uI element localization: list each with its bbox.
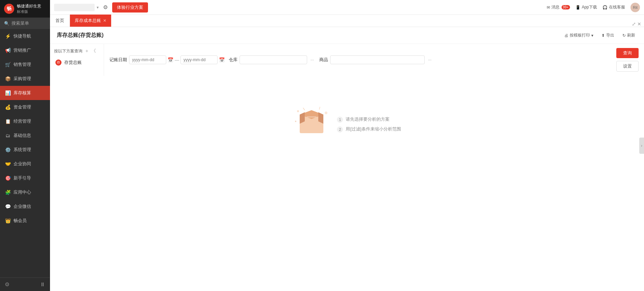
operation-icon: 📋: [5, 118, 11, 124]
basic-icon: 🗂: [5, 132, 11, 139]
inventory-icon: 📊: [5, 90, 11, 96]
sidebar-item-purchase[interactable]: 📦 采购管理: [0, 72, 50, 86]
filter-option-inventory[interactable]: 存 存货总账: [50, 57, 104, 68]
hint-num-2: 2: [337, 126, 343, 132]
print-chevron-icon: ▾: [591, 33, 593, 38]
settings-icon[interactable]: ⚙: [5, 281, 9, 288]
filter-fields: 记账日期 📅 — 📅 仓库 ··: [104, 44, 644, 76]
svg-point-7: [295, 121, 296, 122]
sidebar-item-sales[interactable]: 🛒 销售管理: [0, 57, 50, 72]
topbar-title-area: ▾ ⚙ 体验行业方案: [54, 2, 544, 13]
inventory-option-icon: 存: [55, 59, 61, 66]
appstore-icon: 🧩: [5, 189, 11, 195]
filter-area: 按以下方案查询 ＋ 《 存 存货总账 记账日期: [50, 44, 644, 76]
filter-action-btns: 查询 设置: [616, 48, 639, 72]
right-edge-expand-btn[interactable]: ›: [639, 138, 644, 154]
sidebar-item-inventory[interactable]: 📊 库存核算: [0, 86, 50, 100]
filter-add-btn[interactable]: ＋: [84, 48, 89, 54]
right-edge-icon: ›: [641, 143, 642, 148]
tab-inventory-cost[interactable]: 库存成本总账 ✕: [70, 15, 111, 27]
hint-item-1: 1 请先选择要分析的方案: [337, 116, 401, 123]
svg-point-6: [325, 112, 327, 114]
wechat-icon: 💬: [5, 203, 11, 210]
corp-icon: 🤝: [5, 161, 11, 167]
sidebar-item-vip[interactable]: 👑 畅会员: [0, 214, 50, 228]
page-header-actions: 🖨 按模板打印 ▾ ⬆ 导出 ↻ 刷新: [562, 31, 637, 40]
export-icon: ⬆: [601, 33, 605, 38]
industry-btn[interactable]: 体验行业方案: [112, 2, 148, 13]
sidebar-item-newguide[interactable]: 🎯 新手引导: [0, 171, 50, 185]
sidebar-item-system[interactable]: ⚙️ 系统管理: [0, 143, 50, 157]
topbar-search-input[interactable]: [54, 4, 95, 11]
warehouse-more-btn[interactable]: ···: [309, 57, 315, 62]
warehouse-label: 仓库: [229, 57, 238, 63]
print-btn[interactable]: 🖨 按模板打印 ▾: [562, 31, 595, 40]
printer-icon: 🖨: [564, 33, 568, 38]
sidebar-item-appstore[interactable]: 🧩 应用中心: [0, 185, 50, 199]
chevron-down-icon[interactable]: ▾: [97, 5, 99, 10]
marketing-icon: 📢: [5, 47, 11, 53]
page-title: 库存总账(存货总账): [57, 32, 104, 39]
headset-icon: 🎧: [602, 5, 608, 10]
set-button[interactable]: 设置: [616, 61, 639, 72]
product-input[interactable]: [330, 55, 425, 64]
system-icon: ⚙️: [5, 147, 11, 153]
sidebar-nav: ⚡ 快捷导航 📢 营销推广 🛒 销售管理 📦 采购管理 📊 库存核算 💰 资金管…: [0, 29, 50, 277]
svg-rect-4: [306, 116, 317, 118]
topbar: ▾ ⚙ 体验行业方案 ✉ 消息 99+ 📱 App下载 🎧 在线客服 Rit: [50, 0, 644, 15]
messages-btn[interactable]: ✉ 消息 99+: [547, 4, 570, 10]
messages-badge: 99+: [562, 5, 570, 9]
phone-icon: 📱: [575, 5, 580, 10]
shortcut-icon: ⚡: [5, 33, 11, 39]
app-download-btn[interactable]: 📱 App下载: [575, 4, 597, 10]
purchase-icon: 📦: [5, 76, 11, 82]
sidebar-item-wechat[interactable]: 💬 企业微信: [0, 199, 50, 214]
query-button[interactable]: 查询: [616, 48, 639, 58]
product-more-btn[interactable]: ···: [427, 57, 433, 62]
filter-row: 记账日期 📅 — 📅 仓库 ··: [109, 48, 639, 72]
refresh-icon: ↻: [622, 33, 626, 38]
panel-expand-icon[interactable]: ⤢: [632, 21, 636, 27]
sidebar: 畅 畅捷通好生意 标准版 🔍 搜索菜单 ⚡ 快捷导航 📢 营销推广 🛒 销售管理…: [0, 0, 50, 291]
refresh-btn[interactable]: ↻ 刷新: [620, 31, 637, 40]
content-area: 库存总账(存货总账) 🖨 按模板打印 ▾ ⬆ 导出 ↻ 刷新: [50, 27, 644, 291]
export-btn[interactable]: ⬆ 导出: [599, 31, 616, 40]
empty-content-row: 1 请先选择要分析的方案 2 用[过滤]条件来缩小分析范围: [293, 103, 401, 146]
date-start-input[interactable]: [129, 55, 166, 64]
topbar-right: ✉ 消息 99+ 📱 App下载 🎧 在线客服 Rit: [547, 3, 640, 12]
warehouse-input[interactable]: [240, 55, 307, 64]
sidebar-item-shortcut[interactable]: ⚡ 快捷导航: [0, 29, 50, 43]
date-input-wrapper: 📅 — 📅: [129, 55, 225, 64]
filter-collapse-btn[interactable]: 《: [91, 48, 96, 54]
empty-hints: 1 请先选择要分析的方案 2 用[过滤]条件来缩小分析范围: [337, 116, 401, 132]
date-separator: —: [175, 57, 179, 63]
newguide-icon: 🎯: [5, 175, 11, 181]
sidebar-footer: ⚙ ⏸: [0, 277, 50, 291]
user-avatar[interactable]: Rit: [630, 3, 640, 12]
date-end-input[interactable]: [180, 55, 218, 64]
logo-text: 畅捷通好生意 标准版: [17, 4, 41, 14]
product-label: 商品: [319, 57, 328, 63]
sidebar-item-operation[interactable]: 📋 经营管理: [0, 114, 50, 128]
page-header: 库存总账(存货总账) 🖨 按模板打印 ▾ ⬆ 导出 ↻ 刷新: [50, 27, 644, 44]
tab-close-icon[interactable]: ✕: [103, 18, 106, 23]
collapse-icon[interactable]: ⏸: [40, 282, 45, 288]
sidebar-item-basic[interactable]: 🗂 基础信息: [0, 128, 50, 143]
logo-icon: 畅: [4, 4, 14, 14]
panel-close-icon[interactable]: ✕: [637, 21, 641, 27]
calendar-start-icon[interactable]: 📅: [168, 57, 173, 63]
sidebar-item-finance[interactable]: 💰 资金管理: [0, 100, 50, 114]
svg-point-5: [297, 110, 299, 112]
sidebar-item-marketing[interactable]: 📢 营销推广: [0, 43, 50, 57]
warehouse-filter-field: 仓库 ···: [229, 55, 315, 64]
online-service-btn[interactable]: 🎧 在线客服: [602, 4, 625, 10]
calendar-end-icon[interactable]: 📅: [219, 57, 225, 63]
empty-state: 1 请先选择要分析的方案 2 用[过滤]条件来缩小分析范围: [50, 76, 644, 173]
sidebar-search[interactable]: 🔍 搜索菜单: [0, 18, 50, 29]
sidebar-item-corp[interactable]: 🤝 企业协同: [0, 157, 50, 171]
hint-item-2: 2 用[过滤]条件来缩小分析范围: [337, 126, 401, 132]
filter-scheme-panel: 按以下方案查询 ＋ 《 存 存货总账: [50, 44, 104, 76]
sales-icon: 🛒: [5, 62, 11, 68]
tab-home[interactable]: 首页: [50, 15, 70, 27]
topbar-gear-icon[interactable]: ⚙: [101, 3, 110, 12]
